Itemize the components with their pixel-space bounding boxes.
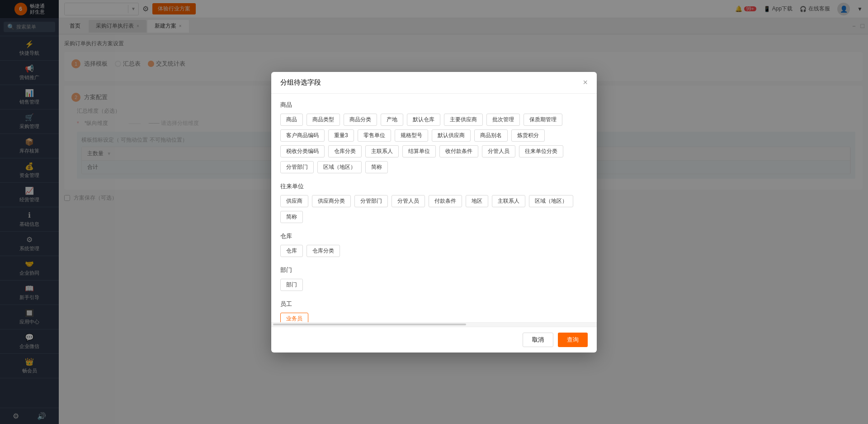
- field-tag-shelf-life[interactable]: 保质期管理: [524, 114, 562, 126]
- field-tag-customer-code[interactable]: 客户商品编码: [280, 129, 325, 142]
- modal-confirm-button[interactable]: 查询: [558, 333, 588, 347]
- field-select-modal: 分组待选字段 × 商品 商品 商品类型 商品分类 产地 默认仓库 主要供应商 批…: [271, 72, 597, 353]
- field-tag-partner-region[interactable]: 地区: [466, 195, 488, 207]
- hscroll-thumb: [273, 324, 466, 325]
- field-tag-department[interactable]: 部门: [280, 279, 303, 291]
- field-tag-salesperson[interactable]: 业务员: [280, 313, 308, 323]
- section-partner-title: 往来单位: [280, 182, 588, 191]
- field-tag-default-warehouse[interactable]: 默认仓库: [407, 114, 440, 126]
- field-tag-warehouse-category[interactable]: 仓库分类: [328, 145, 362, 157]
- field-tag-partner-contact[interactable]: 主联系人: [492, 195, 525, 207]
- modal-footer: 取消 查询: [271, 327, 597, 353]
- field-tag-partner-category[interactable]: 往来单位分类: [519, 145, 563, 157]
- partner-field-tags: 供应商 供应商分类 分管部门 分管人员 付款条件 地区 主联系人 区域（地区） …: [280, 195, 588, 223]
- section-goods-title: 商品: [280, 101, 588, 109]
- section-goods: 商品 商品 商品类型 商品分类 产地 默认仓库 主要供应商 批次管理 保质期管理…: [280, 101, 588, 173]
- field-tag-goods-category[interactable]: 商品分类: [344, 114, 377, 126]
- section-employee-title: 员工: [280, 300, 588, 308]
- modal-cancel-button[interactable]: 取消: [523, 333, 553, 347]
- field-tag-retail-unit[interactable]: 零售单位: [358, 129, 391, 142]
- employee-field-tags: 业务员: [280, 313, 588, 323]
- section-warehouse-title: 仓库: [280, 232, 588, 240]
- section-partner: 往来单位 供应商 供应商分类 分管部门 分管人员 付款条件 地区 主联系人 区域…: [280, 182, 588, 223]
- field-tag-wh[interactable]: 仓库: [280, 245, 303, 257]
- modal-horizontal-scroll[interactable]: [271, 322, 597, 326]
- field-tag-settlement-unit[interactable]: 结算单位: [402, 145, 436, 157]
- field-tag-supplier-cat[interactable]: 供应商分类: [312, 195, 351, 207]
- field-tag-main-contact[interactable]: 主联系人: [365, 145, 399, 157]
- goods-field-tags: 商品 商品类型 商品分类 产地 默认仓库 主要供应商 批次管理 保质期管理 客户…: [280, 114, 588, 173]
- section-department-title: 部门: [280, 266, 588, 274]
- field-tag-region[interactable]: 区域（地区）: [317, 161, 362, 173]
- field-tag-payment-terms[interactable]: 收付款条件: [439, 145, 478, 157]
- field-tag-main-supplier[interactable]: 主要供应商: [444, 114, 483, 126]
- field-tag-tax-code[interactable]: 税收分类编码: [280, 145, 325, 157]
- warehouse-field-tags: 仓库 仓库分类: [280, 245, 588, 257]
- field-tag-partner-dept[interactable]: 分管部门: [354, 195, 388, 207]
- section-employee: 员工 业务员: [280, 300, 588, 323]
- field-tag-origin[interactable]: 产地: [381, 114, 403, 126]
- section-warehouse: 仓库 仓库 仓库分类: [280, 232, 588, 257]
- dept-field-tags: 部门: [280, 279, 588, 291]
- modal-header: 分组待选字段 ×: [271, 72, 597, 94]
- field-tag-partner-short[interactable]: 简称: [280, 211, 303, 223]
- field-tag-partner-area[interactable]: 区域（地区）: [529, 195, 573, 207]
- field-tag-goods-alias[interactable]: 商品别名: [474, 129, 508, 142]
- section-department: 部门 部门: [280, 266, 588, 291]
- field-tag-default-supplier[interactable]: 默认供应商: [432, 129, 471, 142]
- field-tag-partner-payment[interactable]: 付款条件: [429, 195, 462, 207]
- field-tag-spec[interactable]: 规格型号: [395, 129, 428, 142]
- modal-close-button[interactable]: ×: [583, 78, 588, 86]
- field-tag-goods-type[interactable]: 商品类型: [307, 114, 340, 126]
- field-tag-short-name[interactable]: 简称: [365, 161, 388, 173]
- field-tag-batch[interactable]: 批次管理: [486, 114, 520, 126]
- field-tag-partner-supervisor[interactable]: 分管人员: [392, 195, 425, 207]
- field-tag-wh-cat[interactable]: 仓库分类: [307, 245, 340, 257]
- field-tag-supervisor[interactable]: 分管人员: [482, 145, 515, 157]
- field-tag-refine-points[interactable]: 炼货积分: [511, 129, 545, 142]
- modal-body[interactable]: 商品 商品 商品类型 商品分类 产地 默认仓库 主要供应商 批次管理 保质期管理…: [271, 94, 597, 323]
- field-tag-supplier[interactable]: 供应商: [280, 195, 308, 207]
- field-tag-goods[interactable]: 商品: [280, 114, 303, 126]
- modal-title: 分组待选字段: [280, 78, 321, 87]
- field-tag-dept[interactable]: 分管部门: [280, 161, 314, 173]
- field-tag-weight[interactable]: 重量3: [328, 129, 354, 142]
